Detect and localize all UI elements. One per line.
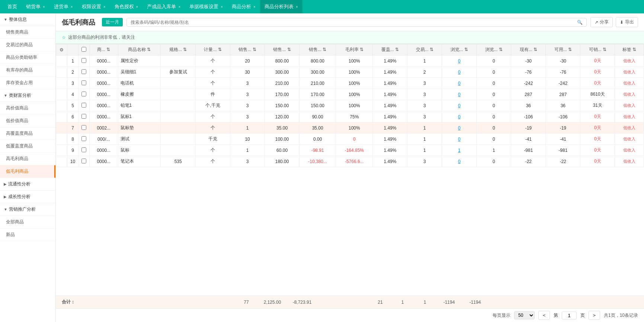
- cell-check[interactable]: [79, 89, 90, 100]
- col-sellable[interactable]: 可销... ⇅: [580, 44, 615, 55]
- sidebar-item-sales-goods[interactable]: 销售类商品: [0, 26, 55, 39]
- cell-browse1[interactable]: 0: [442, 122, 477, 134]
- cell-browse1[interactable]: 0: [442, 111, 477, 122]
- sidebar-item-low-coverage[interactable]: 低覆盖度商品: [0, 140, 55, 153]
- nav-product-entry-close[interactable]: ×: [178, 5, 180, 9]
- nav-purchase-close[interactable]: ×: [71, 5, 73, 9]
- sidebar-item-inventory[interactable]: 有库存的商品: [0, 64, 55, 77]
- sidebar-item-traded-goods[interactable]: 交易过的商品: [0, 39, 55, 51]
- cell-check[interactable]: [79, 156, 90, 167]
- cell-browse1[interactable]: 0: [442, 78, 477, 89]
- nav-template-close[interactable]: ×: [221, 5, 223, 9]
- col-sales-qty[interactable]: 销售... ⇅: [230, 44, 265, 55]
- nav-sales[interactable]: 销货单 ×: [22, 0, 49, 13]
- cell-browse1[interactable]: 0: [442, 100, 477, 111]
- nav-goods-analysis-list-close[interactable]: ×: [296, 5, 298, 9]
- row-checkbox[interactable]: [81, 69, 86, 74]
- sidebar-item-category-rate[interactable]: 商品分类助销率: [0, 51, 55, 64]
- col-check-all[interactable]: [79, 44, 90, 55]
- row-checkbox[interactable]: [81, 147, 86, 152]
- row-checkbox[interactable]: [81, 58, 86, 63]
- sidebar-item-high-margin[interactable]: 高毛利商品: [0, 153, 55, 165]
- prev-page-button[interactable]: ＜: [538, 311, 550, 320]
- sidebar-group-wealth[interactable]: ▼ 类财富分析: [0, 89, 55, 102]
- cell-check[interactable]: [79, 122, 90, 134]
- nav-goods-analysis-close[interactable]: ×: [253, 5, 256, 9]
- nav-permission[interactable]: 权限设置 ×: [77, 0, 110, 13]
- next-page-button[interactable]: ＞: [589, 311, 600, 320]
- col-sales-profit[interactable]: 销售... ⇅: [299, 44, 336, 55]
- export-label: 导出: [625, 19, 634, 25]
- cell-sellable: 31天: [580, 100, 615, 111]
- row-checkbox[interactable]: [81, 80, 86, 85]
- cell-sales-qty: 3: [230, 89, 265, 100]
- nav-product-entry[interactable]: 产成品入库单 ×: [142, 0, 185, 13]
- row-checkbox[interactable]: [81, 159, 86, 163]
- share-button[interactable]: ↗ 分享: [590, 17, 613, 27]
- nav-role-close[interactable]: ×: [136, 5, 138, 9]
- sidebar-group-flow[interactable]: ▶ 流通性分析: [0, 178, 55, 191]
- cell-browse1[interactable]: 0: [442, 134, 477, 145]
- col-available[interactable]: 可用... ⇅: [546, 44, 580, 55]
- sidebar-item-new-goods[interactable]: 新品: [0, 229, 55, 241]
- cell-unit: 件: [196, 89, 230, 100]
- time-filter-button[interactable]: 近一月: [102, 18, 123, 26]
- sidebar-item-low-margin[interactable]: 低毛利商品: [0, 165, 55, 178]
- nav-home[interactable]: 首页: [3, 0, 22, 13]
- col-current[interactable]: 现有... ⇅: [511, 44, 546, 55]
- cell-check[interactable]: [79, 67, 90, 78]
- cell-check[interactable]: [79, 100, 90, 111]
- nav-template[interactable]: 单据模板设置 ×: [185, 0, 227, 13]
- cell-check[interactable]: [79, 145, 90, 156]
- cell-check[interactable]: [79, 55, 90, 67]
- page-size-select[interactable]: 50 100 200: [514, 311, 535, 319]
- nav-goods-analysis[interactable]: 商品分析 ×: [227, 0, 260, 13]
- col-browse1[interactable]: 浏览... ⇅: [442, 44, 477, 55]
- cell-browse1[interactable]: 0: [442, 55, 477, 67]
- col-gross-rate[interactable]: 毛利率 ⇅: [336, 44, 373, 55]
- col-settings[interactable]: ⚙: [56, 44, 67, 55]
- sidebar-item-low-value[interactable]: 低价值商品: [0, 115, 55, 127]
- page-input[interactable]: [562, 312, 577, 319]
- sidebar-item-capital[interactable]: 库存资金占用: [0, 77, 55, 89]
- col-unit[interactable]: 计量... ⇅: [196, 44, 230, 55]
- cell-check[interactable]: [79, 111, 90, 122]
- nav-sales-close[interactable]: ×: [43, 5, 45, 9]
- table-row: 6 0000... 鼠标1 个 3 120.00 90.00 75% 1.49%…: [56, 111, 644, 122]
- cell-check[interactable]: [79, 78, 90, 89]
- row-checkbox[interactable]: [81, 114, 86, 119]
- col-code[interactable]: 商... ⇅: [90, 44, 118, 55]
- nav-permission-close[interactable]: ×: [103, 5, 106, 9]
- row-checkbox[interactable]: [81, 103, 86, 108]
- check-all-input[interactable]: [81, 47, 86, 52]
- cell-browse1[interactable]: 0: [442, 67, 477, 78]
- col-sales-price[interactable]: 销售... ⇅: [265, 44, 299, 55]
- sidebar-group-marketing[interactable]: ▼ 营销推广分析: [0, 203, 55, 216]
- cell-browse1[interactable]: 0: [442, 89, 477, 100]
- cell-browse1[interactable]: 0: [442, 156, 477, 167]
- col-name[interactable]: 商品名称 ⇅: [118, 44, 161, 55]
- sidebar-item-high-value[interactable]: 高价值商品: [0, 102, 55, 115]
- cell-unit: 个: [196, 156, 230, 167]
- cell-browse1[interactable]: 1: [442, 145, 477, 156]
- sidebar-group-overview[interactable]: ▼ 整体信息: [0, 13, 55, 26]
- col-coverage[interactable]: 覆盖... ⇅: [373, 44, 407, 55]
- col-tag[interactable]: 标签 ⇅: [615, 44, 644, 55]
- sidebar-group-growth[interactable]: ▶ 成长性分析: [0, 191, 55, 203]
- export-button[interactable]: ⬇ 导出: [616, 17, 638, 27]
- nav-goods-analysis-list[interactable]: 商品分析列表 ×: [260, 0, 302, 13]
- row-checkbox[interactable]: [81, 136, 86, 141]
- cell-check[interactable]: [79, 134, 90, 145]
- cell-coverage: 1.49%: [373, 89, 407, 100]
- nav-purchase[interactable]: 进货单 ×: [49, 0, 77, 13]
- sidebar-item-high-coverage[interactable]: 高覆盖度商品: [0, 127, 55, 140]
- nav-role[interactable]: 角色授权 ×: [110, 0, 143, 13]
- col-browse2[interactable]: 浏览... ⇅: [477, 44, 511, 55]
- sidebar-item-all-goods[interactable]: 全部商品: [0, 216, 55, 229]
- row-checkbox[interactable]: [81, 125, 86, 130]
- col-trade[interactable]: 交易... ⇅: [407, 44, 442, 55]
- row-checkbox[interactable]: [81, 92, 86, 96]
- search-input[interactable]: [131, 20, 575, 25]
- col-spec[interactable]: 规格... ⇅: [161, 44, 196, 55]
- table-wrapper[interactable]: ⚙ 商... ⇅ 商品名称 ⇅ 规格... ⇅ 计量... ⇅ 销售... ⇅ …: [56, 44, 644, 296]
